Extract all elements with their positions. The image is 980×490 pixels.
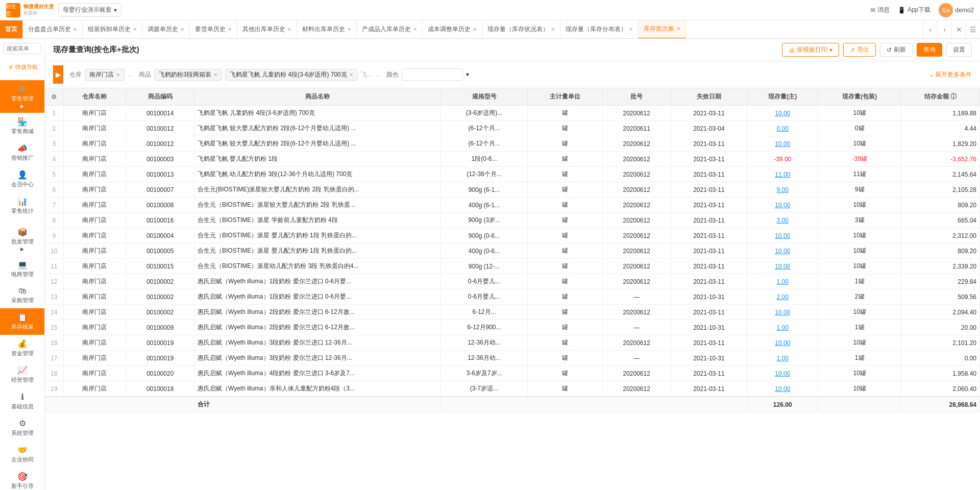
message-btn[interactable]: ✉ 消息 (870, 6, 890, 14)
user-area[interactable]: Ea demo2 (939, 3, 974, 17)
tab-5[interactable]: 其他出库单历史 ✕ (237, 20, 297, 39)
guide-icon: 🎯 (17, 472, 28, 481)
sidebar-item-basic-info[interactable]: ℹ 基础信息 (0, 388, 44, 414)
message-icon: ✉ (870, 7, 875, 14)
cell-qty[interactable]: 10.00 (747, 305, 818, 320)
cell-name: 飞鹤星飞帆 较大婴儿配方奶粉 2段(6-12个月婴幼儿适用) ... (194, 136, 440, 152)
cell-qty[interactable]: 3.00 (747, 213, 818, 228)
close-tab-4[interactable]: ✕ (228, 27, 232, 32)
sidebar-item-ecommerce[interactable]: 💻 电商管理 (0, 256, 44, 282)
close-tab-11[interactable]: ✕ (676, 26, 680, 32)
remove-goods-tag-2[interactable]: ✕ (349, 72, 353, 78)
export-btn[interactable]: ↗ 导出 (843, 43, 876, 57)
cell-qty[interactable]: 10.00 (747, 381, 818, 397)
tab-8[interactable]: 成本调整单历史 ✕ (423, 20, 482, 39)
cell-qty[interactable]: 1.00 (747, 320, 818, 335)
settings-icon[interactable]: ⚙ (51, 93, 57, 101)
cell-qty[interactable]: 9.00 (747, 182, 818, 198)
cell-qty[interactable]: 2.00 (747, 289, 818, 305)
cell-qty[interactable]: 10.00 (747, 228, 818, 243)
cell-batch: 20200612 (602, 228, 671, 243)
cell-num: 17 (45, 351, 63, 366)
tab-4[interactable]: 要货单历史 ✕ (190, 20, 237, 39)
app-download-btn[interactable]: 📱 App下载 (898, 6, 930, 14)
sidebar-item-inventory[interactable]: 📋 库存核算 (0, 308, 44, 335)
cell-qty: -39.00 (747, 152, 818, 167)
sidebar-item-mall[interactable]: 🏪 零售商城 (0, 113, 44, 139)
cell-qty[interactable]: 11.00 (747, 167, 818, 182)
cell-qty[interactable]: 10.00 (747, 259, 818, 274)
tab-3[interactable]: 调拨单历史 ✕ (142, 20, 190, 39)
nav-prev-btn[interactable]: ‹ (923, 20, 937, 39)
org-selector[interactable]: 母婴行业演示账套 ▾ (58, 3, 121, 17)
close-tab-1[interactable]: ✕ (73, 27, 77, 32)
close-tab-10[interactable]: ✕ (629, 27, 633, 32)
tab-1[interactable]: 分盘盘点单历史 ✕ (23, 20, 83, 39)
cell-pkg: 10罐 (818, 305, 901, 320)
sidebar-item-purchase[interactable]: 🛍 采购管理 (0, 282, 44, 308)
sidebar-item-member[interactable]: 👤 会员中心 (0, 166, 44, 192)
goods-more[interactable]: 飞... (361, 70, 372, 79)
goods-tag-1[interactable]: 飞鹤奶粉3段两箱装 ✕ (154, 69, 222, 81)
cell-qty[interactable]: 10.00 (747, 198, 818, 213)
tab-10[interactable]: 现存量（库存分布表） ✕ (560, 20, 639, 39)
close-tab-3[interactable]: ✕ (180, 27, 184, 32)
cell-qty[interactable]: 10.00 (747, 335, 818, 351)
refresh-btn[interactable]: ↺ 刷新 (880, 43, 913, 57)
close-tab-7[interactable]: ✕ (413, 27, 417, 32)
tab-home[interactable]: 首页 (0, 20, 23, 39)
expand-sidebar-btn[interactable]: ▶ (53, 65, 63, 84)
tab-2[interactable]: 组装拆卸单历史 ✕ (83, 20, 142, 39)
warehouse-tag[interactable]: 南岸门店 ✕ (85, 69, 125, 81)
sidebar-item-system[interactable]: ⚙ 系统管理 (0, 414, 44, 441)
nav-menu-btn[interactable]: ☰ (966, 20, 980, 39)
goods-more-dots[interactable]: ... (375, 71, 380, 78)
tab-9[interactable]: 现存量（库存状况表） ✕ (482, 20, 560, 39)
close-tab-2[interactable]: ✕ (133, 27, 137, 32)
cell-unit: 罐 (527, 152, 602, 167)
chevron-down-icon: ▾ (114, 7, 117, 14)
sidebar-item-quick-nav[interactable]: ⚡ 快捷导航 (0, 61, 44, 73)
sidebar-item-retail-stat[interactable]: 📊 零售统计 (0, 192, 44, 219)
tab-6[interactable]: 材料出库单历史 ✕ (297, 20, 357, 39)
cell-qty[interactable]: 1.00 (747, 274, 818, 289)
warehouse-more[interactable]: ... (128, 71, 133, 78)
cell-batch: 20200612 (602, 366, 671, 381)
sidebar-item-operations[interactable]: 📈 经营管理 (0, 361, 44, 388)
cell-expire: 2021-03-11 (671, 136, 747, 152)
close-tab-9[interactable]: ✕ (551, 27, 555, 32)
nav-close-btn[interactable]: ✕ (951, 20, 966, 39)
cell-qty[interactable]: 10.00 (747, 366, 818, 381)
cell-unit: 罐 (527, 381, 602, 397)
cell-name: 合生元（BIOSTIME）派星 婴儿配方奶粉 1段 乳铁蛋白的... (194, 243, 440, 259)
tab-7[interactable]: 产成品入库单历史 ✕ (357, 20, 423, 39)
goods-tag-2[interactable]: 飞鹤星飞帆 儿童奶粉 4段(3-6岁适用) 700克 ✕ (225, 69, 358, 81)
cell-qty[interactable]: 10.00 (747, 243, 818, 259)
cell-pkg: 11罐 (818, 167, 901, 182)
remove-goods-tag-1[interactable]: ✕ (213, 72, 217, 78)
close-tab-8[interactable]: ✕ (473, 27, 477, 32)
settings-btn[interactable]: 设置 (946, 43, 972, 57)
expand-more-btn[interactable]: ⌄ 展开更多条件 (929, 70, 972, 79)
remove-warehouse-tag[interactable]: ✕ (116, 72, 120, 78)
sidebar-item-collab[interactable]: 🤝 企业协同 (0, 441, 44, 468)
sidebar-item-retail[interactable]: 🛒 零售管理 ▶ (0, 80, 44, 113)
print-btn[interactable]: 🖨 按模板打印 ▾ (782, 43, 839, 57)
nav-next-btn[interactable]: › (937, 20, 951, 39)
cell-qty[interactable]: 1.00 (747, 351, 818, 366)
cell-qty[interactable]: 10.00 (747, 106, 818, 121)
close-tab-5[interactable]: ✕ (287, 27, 291, 32)
close-tab-6[interactable]: ✕ (347, 27, 351, 32)
cell-qty[interactable]: 0.00 (747, 121, 818, 136)
cell-qty[interactable]: 10.00 (747, 136, 818, 152)
cell-code: 00100012 (126, 121, 194, 136)
sidebar-item-finance[interactable]: 💰 资金管理 (0, 335, 44, 361)
color-input[interactable] (402, 68, 463, 81)
tab-11[interactable]: 库存批次账 ✕ (639, 20, 686, 39)
sidebar-item-guide[interactable]: 🎯 新手引导 (0, 468, 44, 490)
cell-code: 00100002 (126, 289, 194, 305)
sidebar-item-wholesale[interactable]: 📦 批发管理 ▶ (0, 223, 44, 256)
query-btn[interactable]: 查询 (917, 43, 942, 57)
sidebar-item-marketing[interactable]: 📣 营销推广 (0, 139, 44, 166)
search-input[interactable] (3, 43, 41, 54)
